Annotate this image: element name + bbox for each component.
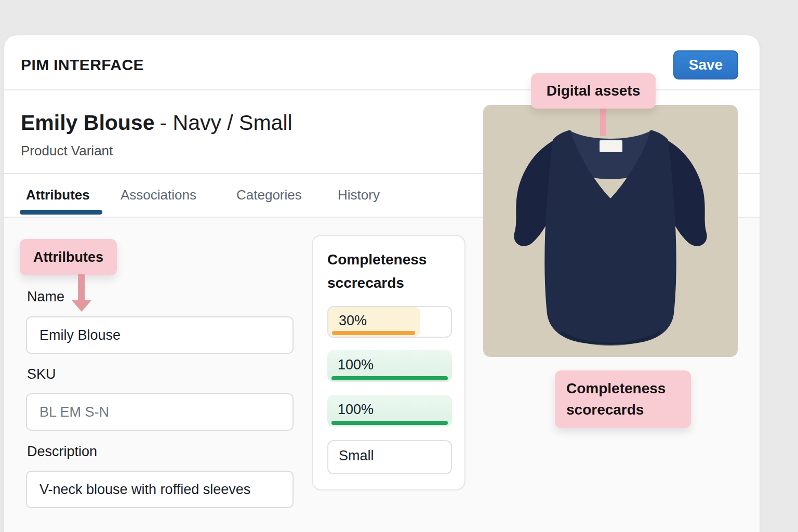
scorecard-warning-bar — [332, 331, 415, 335]
sku-input[interactable] — [26, 393, 294, 431]
size-value: Small — [339, 448, 374, 464]
down-arrow-icon — [78, 274, 85, 301]
attributes-callout: Attrilbutes — [20, 239, 117, 275]
product-name: Emily Blouse — [21, 111, 154, 135]
tab-attributes[interactable]: Attributes — [26, 187, 90, 203]
scorecard-100-percent-1: 100% — [327, 350, 452, 382]
navy-blouse-image — [483, 105, 738, 357]
completeness-callout-text: Completeness scorecards — [566, 378, 666, 420]
tab-associations[interactable]: Associations — [121, 187, 196, 203]
size-value-field[interactable]: Small — [327, 440, 452, 474]
scorecard-100-percent-2: 100% — [327, 395, 452, 427]
app-window: PIM INTERFACE Save Emily Blouse- Navy / … — [4, 35, 760, 532]
product-image — [483, 105, 738, 357]
completeness-scorecards-callout: Completeness scorecards — [555, 370, 691, 428]
scorecard-success-bar — [331, 376, 448, 380]
digital-assets-callout: Digital assets — [531, 73, 656, 109]
scorecards-panel: Completeness sccrecards 30% 100% 100% Sm… — [312, 235, 466, 490]
name-input[interactable] — [26, 316, 294, 354]
scorecards-panel-title: Completeness sccrecards — [327, 248, 455, 295]
product-type-label: Product Variant — [21, 143, 113, 159]
product-variant-suffix: - Navy / Small — [159, 111, 292, 135]
scorecard-30-percent: 30% — [327, 306, 452, 338]
name-field-label: Name — [27, 289, 64, 305]
scorecard-success-bar — [331, 421, 448, 425]
save-button[interactable]: Save — [673, 50, 738, 79]
down-arrow-head-icon — [72, 300, 91, 312]
sku-field-label: SKU — [27, 366, 56, 382]
tab-history[interactable]: History — [338, 187, 380, 203]
scorecard-value: 100% — [338, 402, 374, 418]
description-input[interactable] — [26, 471, 294, 508]
description-field-label: Description — [27, 444, 97, 460]
page-title: Emily Blouse- Navy / Small — [21, 111, 292, 135]
app-title: PIM INTERFACE — [21, 56, 144, 74]
scorecard-value: 100% — [338, 357, 374, 373]
callout-line2: scorecards — [566, 402, 644, 418]
digital-assets-pointer-line — [600, 107, 606, 136]
tab-categories[interactable]: Categories — [236, 187, 302, 203]
scorecard-value: 30% — [339, 313, 367, 329]
blouse-tag — [600, 140, 622, 152]
callout-line1: Completeness — [566, 380, 666, 396]
active-tab-indicator — [20, 210, 102, 215]
